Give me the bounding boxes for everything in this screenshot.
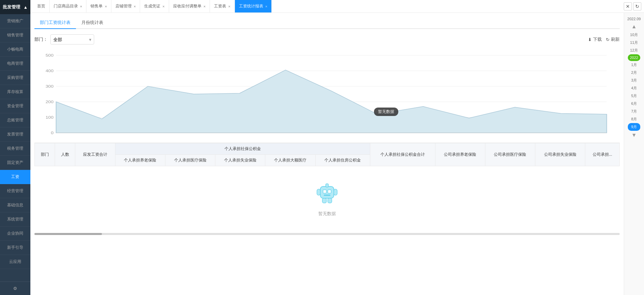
empty-state: 暂无数据 <box>34 166 620 230</box>
download-button[interactable]: ⬇ 下载 <box>588 36 602 42</box>
tab-close-icon[interactable]: × <box>204 4 206 8</box>
sidebar-item-发票管理[interactable]: 发票管理 <box>0 127 30 142</box>
tab-close-icon[interactable]: × <box>228 4 230 8</box>
dept-select[interactable]: 全部 <box>50 34 94 45</box>
timeline-month-11月[interactable]: 11月 <box>628 39 640 47</box>
svg-rect-21 <box>328 198 332 203</box>
data-table: 部门人数应发工资合计个人承担社保公积金个人承担社保公积金合计公司承担养老保险公司… <box>34 143 620 166</box>
sidebar-item-库存核算[interactable]: 库存核算 <box>0 85 30 99</box>
timeline-month-3月[interactable]: 3月 <box>628 77 640 84</box>
tab-门店商品目录[interactable]: 门店商品目录× <box>50 0 86 13</box>
download-icon: ⬇ <box>588 37 592 42</box>
content-area: 部门工资统计表月份统计表 部门： 全部 ⬇ 下载 <box>30 13 644 295</box>
toolbar-left: 部门： 全部 <box>34 34 94 45</box>
timeline-year-2022[interactable]: 2022 <box>628 54 640 61</box>
table-header: 人数 <box>55 143 75 166</box>
sidebar-title: 批发管理 <box>3 4 20 10</box>
refresh-tab-button[interactable]: ↻ <box>633 2 641 10</box>
tab-close-icon[interactable]: × <box>134 4 136 8</box>
sidebar-item-系统管理[interactable]: 系统管理 <box>0 212 30 227</box>
tab-首页[interactable]: 首页 <box>33 0 50 13</box>
sidebar-item-电商管理[interactable]: 电商管理 <box>0 57 30 71</box>
timeline-down-button[interactable]: ▼ <box>630 131 638 140</box>
timeline-month-4月[interactable]: 4月 <box>628 84 640 92</box>
toolbar-right: ⬇ 下载 ↻ 刷新 <box>588 36 620 42</box>
tab-close-icon[interactable]: × <box>80 4 82 8</box>
timeline-month-1月[interactable]: 1月 <box>628 61 640 69</box>
sidebar-header[interactable]: 批发管理 ▲ <box>0 0 30 14</box>
sidebar-item-资金管理[interactable]: 资金管理 <box>0 99 30 113</box>
tab-应收应付调整单[interactable]: 应收应付调整单× <box>169 0 210 13</box>
tab-close-icon[interactable]: × <box>265 4 267 8</box>
timeline-year-label: 2022.09 <box>627 16 641 22</box>
tab-close-icon[interactable]: × <box>162 4 164 8</box>
sidebar-toggle-icon: ▲ <box>23 5 28 10</box>
svg-rect-13 <box>320 186 334 198</box>
dept-select-wrapper: 全部 <box>50 34 94 45</box>
scrollbar-container[interactable] <box>34 230 620 238</box>
sidebar-item-工资[interactable]: 工资 <box>0 170 30 184</box>
data-table-container: 部门人数应发工资合计个人承担社保公积金个人承担社保公积金合计公司承担养老保险公司… <box>34 143 620 238</box>
sidebar-item-营销推广[interactable]: 营销推广 <box>0 14 30 28</box>
timeline-month-7月[interactable]: 7月 <box>628 108 640 115</box>
sub-tab-bar: 部门工资统计表月份统计表 <box>34 17 620 29</box>
table-header: 公司承担养老保险 <box>435 143 485 166</box>
empty-text: 暂无数据 <box>318 211 336 217</box>
table-header: 个人承担社保公积金 <box>115 143 370 155</box>
table-sub-header: 个人承担医疗保险 <box>165 155 215 166</box>
main-area: 首页门店商品目录×销售单×店铺管理×生成凭证×应收应付调整单×工资表×工资统计报… <box>30 0 644 295</box>
tab-店铺管理[interactable]: 店铺管理× <box>111 0 140 13</box>
sub-tab-部门工资统计表[interactable]: 部门工资统计表 <box>34 17 76 29</box>
toolbar: 部门： 全部 ⬇ 下载 ↻ 刷新 <box>34 34 620 45</box>
svg-text:0: 0 <box>51 131 54 135</box>
svg-rect-20 <box>322 198 326 203</box>
sidebar-item-税务管理[interactable]: 税务管理 <box>0 142 30 156</box>
timeline-month-5月[interactable]: 5月 <box>628 92 640 100</box>
timeline-month-10月[interactable]: 10月 <box>628 31 640 39</box>
table-sub-header: 个人承担养老保险 <box>115 155 165 166</box>
timeline-month-6月[interactable]: 6月 <box>628 100 640 108</box>
timeline-month-12月[interactable]: 12月 <box>628 47 640 54</box>
sidebar-item-企业协同[interactable]: 企业协同 <box>0 227 30 241</box>
table-sub-header: 个人承担住房公积金 <box>315 155 370 166</box>
tab-销售单[interactable]: 销售单× <box>86 0 111 13</box>
timeline-month-2月[interactable]: 2月 <box>628 69 640 77</box>
svg-rect-17 <box>326 184 328 187</box>
settings-button[interactable]: ⚙ <box>0 282 30 295</box>
timeline-sidebar: 2022.09 ▲ 10月11月12月20221月2月3月4月5月6月7月8月9… <box>624 13 644 295</box>
refresh-button[interactable]: ↻ 刷新 <box>606 36 620 42</box>
table-sub-header: 个人承担大额医疗 <box>265 155 315 166</box>
sidebar-item-基础信息[interactable]: 基础信息 <box>0 198 30 212</box>
scroll-thumb <box>34 233 102 235</box>
table-sub-header: 个人承担失业保险 <box>215 155 265 166</box>
close-all-tab-button[interactable]: ✕ <box>624 2 632 10</box>
refresh-icon: ↻ <box>606 37 610 42</box>
svg-text:400: 400 <box>46 69 54 73</box>
svg-rect-18 <box>317 189 320 195</box>
sidebar-item-总账管理[interactable]: 总账管理 <box>0 113 30 127</box>
sidebar-item-固定资产[interactable]: 固定资产 <box>0 156 30 170</box>
svg-text:100: 100 <box>46 115 54 119</box>
timeline-month-8月[interactable]: 8月 <box>628 115 640 123</box>
table-header: 应发工资合计 <box>75 143 115 166</box>
tab-工资统计报表[interactable]: 工资统计报表× <box>235 0 272 13</box>
sub-tab-月份统计表[interactable]: 月份统计表 <box>76 17 109 29</box>
empty-robot-icon <box>314 180 341 207</box>
svg-rect-15 <box>328 190 331 193</box>
sidebar-item-新手引导[interactable]: 新手引导 <box>0 241 30 255</box>
sidebar-item-云应用[interactable]: 云应用 <box>0 255 30 269</box>
timeline-month-9月[interactable]: 9月 <box>628 123 640 131</box>
settings-icon: ⚙ <box>13 286 17 291</box>
timeline-up-button[interactable]: ▲ <box>630 22 638 31</box>
sidebar-item-采购管理[interactable]: 采购管理 <box>0 71 30 85</box>
tab-close-icon[interactable]: × <box>105 4 107 8</box>
svg-text:200: 200 <box>46 100 54 104</box>
sidebar-item-销售管理[interactable]: 销售管理 <box>0 28 30 42</box>
scroll-indicator <box>34 233 620 235</box>
tab-工资表[interactable]: 工资表× <box>210 0 235 13</box>
sidebar-item-小畅电商[interactable]: 小畅电商 <box>0 42 30 57</box>
refresh-label: 刷新 <box>611 36 620 42</box>
sidebar-item-经营管理[interactable]: 经营管理 <box>0 184 30 198</box>
tab-bar: 首页门店商品目录×销售单×店铺管理×生成凭证×应收应付调整单×工资表×工资统计报… <box>30 0 644 13</box>
tab-生成凭证[interactable]: 生成凭证× <box>140 0 169 13</box>
